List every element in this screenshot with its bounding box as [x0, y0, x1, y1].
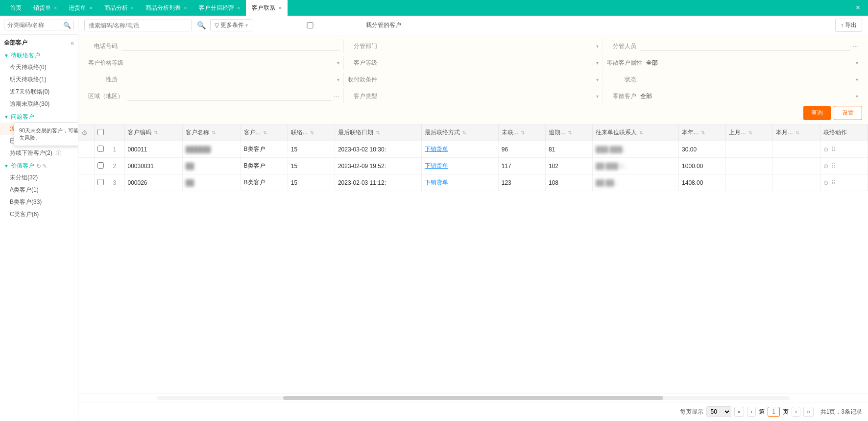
sidebar-item-overdue-pending[interactable]: 逾期未联络(30)	[0, 98, 78, 110]
col-name[interactable]: 客户名称 ⇅	[183, 124, 241, 141]
nav-purchase-order[interactable]: 进货单 ×	[63, 0, 98, 16]
close-purchase-order[interactable]: ×	[89, 5, 92, 11]
region-dots-button[interactable]: ···	[334, 92, 339, 100]
manager-input[interactable]	[640, 42, 850, 51]
row-checkbox[interactable]	[97, 179, 104, 185]
customer-table: ⚙ 客户编码 ⇅ 客户名称 ⇅	[78, 124, 868, 191]
retail-attr-select[interactable]: 全部 ▾	[646, 59, 858, 67]
contact-icon[interactable]: ⊙	[823, 146, 828, 153]
sidebar-group-pending[interactable]: ▼ 待联络客户	[0, 49, 78, 61]
group-arrow-pending: ▼	[4, 53, 9, 58]
sidebar-group-problem[interactable]: ▼ 问题客户 90天未交易的客户，可能有流失风险。	[0, 110, 78, 123]
manager-dots-button[interactable]: ···	[852, 42, 858, 50]
phone-input[interactable]	[121, 42, 339, 51]
department-select[interactable]: ▾	[381, 44, 599, 49]
price-tier-select[interactable]: ▾	[127, 60, 339, 66]
sidebar-item-classA[interactable]: A类客户(1)	[0, 184, 78, 196]
col-type[interactable]: 客户... ⇅	[241, 124, 288, 141]
value-edit-icon[interactable]: ✎	[42, 163, 47, 170]
nav-sales-order[interactable]: 销货单 ×	[27, 0, 63, 16]
contact-method-link[interactable]: 下销货单	[425, 146, 448, 152]
settings-button[interactable]: 设置	[834, 106, 862, 120]
customer-tier-select[interactable]: ▾	[381, 60, 599, 66]
export-button[interactable]: ↑ 导出	[835, 19, 862, 32]
col-code[interactable]: 客户编码 ⇅	[124, 124, 183, 141]
row-last-contact-method[interactable]: 下销货单	[421, 141, 498, 158]
nav-customer-contact[interactable]: 客户联系 ×	[246, 0, 287, 16]
col-overdue[interactable]: 逾期... ⇅	[545, 124, 592, 141]
col-last-contact-method[interactable]: 最后联络方式 ⇅	[421, 124, 498, 141]
nav-product-analysis-list[interactable]: 商品分析列表 ×	[140, 0, 193, 16]
query-button[interactable]: 查询	[803, 106, 831, 120]
sidebar-collapse-icon[interactable]: «	[71, 40, 74, 47]
my-customers-checkbox[interactable]	[256, 22, 364, 28]
nature-select[interactable]: ▾	[121, 77, 339, 82]
first-page-button[interactable]: «	[734, 407, 745, 417]
contact-method-link[interactable]: 下销货单	[425, 162, 448, 169]
customer-type-select[interactable]: ▾	[381, 94, 599, 99]
per-page-select[interactable]: 50 20 100	[706, 406, 731, 417]
col-checkbox[interactable]	[94, 124, 110, 141]
select-all-checkbox[interactable]	[97, 129, 104, 135]
row-action-icons[interactable]: ⊙ ⠿	[820, 174, 868, 191]
last-page-button[interactable]: »	[803, 407, 814, 417]
row-last-contact-method[interactable]: 下销货单	[421, 158, 498, 174]
sidebar-item-declining[interactable]: 持续下滑客户(2) ⓘ	[0, 147, 78, 159]
col-uncontacted[interactable]: 未联... ⇅	[498, 124, 545, 141]
col-last-month[interactable]: 上月... ⇅	[726, 124, 773, 141]
sidebar-group-value[interactable]: ▼ 价值客户 ↻ ✎	[0, 159, 78, 172]
more-actions-icon[interactable]: ⠿	[831, 146, 836, 153]
retail-customer-select[interactable]: 全部 ▾	[640, 92, 858, 100]
row-index: 3	[110, 174, 124, 191]
row-checkbox[interactable]	[97, 146, 104, 152]
close-customer-tier[interactable]: ×	[237, 5, 240, 11]
status-select[interactable]: ▾	[640, 77, 858, 82]
row-last-contact-date: 2023-02-09 19:52:	[335, 158, 421, 174]
row-overdue: 102	[545, 158, 592, 174]
window-close-button[interactable]: ×	[852, 3, 864, 12]
close-customer-contact[interactable]: ×	[278, 5, 281, 11]
sidebar-item-classB[interactable]: B类客户(33)	[0, 196, 78, 208]
col-contact[interactable]: 联络... ⇅	[288, 124, 335, 141]
next-page-button[interactable]: ›	[792, 407, 800, 417]
col-this-year[interactable]: 本年... ⇅	[679, 124, 726, 141]
row-action-icons[interactable]: ⊙ ⠿	[820, 158, 868, 174]
table-settings-icon[interactable]: ⚙	[81, 129, 88, 137]
col-settings[interactable]: ⚙	[78, 124, 94, 141]
search-input[interactable]	[84, 20, 192, 31]
prev-page-button[interactable]: ‹	[747, 407, 756, 417]
row-check-cell[interactable]	[94, 141, 110, 158]
row-check-cell[interactable]	[94, 158, 110, 174]
col-this-month[interactable]: 本月... ⇅	[773, 124, 820, 141]
nav-home[interactable]: 首页	[4, 0, 27, 16]
row-checkbox[interactable]	[97, 162, 104, 169]
sidebar-item-7days-pending[interactable]: 近7天待联络(0)	[0, 86, 78, 98]
region-input[interactable]	[127, 92, 332, 101]
sidebar-all-customers-header[interactable]: 全部客户 «	[0, 35, 78, 49]
payment-select[interactable]: ▾	[381, 77, 599, 82]
more-actions-icon[interactable]: ⠿	[831, 179, 836, 186]
row-action-icons[interactable]: ⊙ ⠿	[820, 141, 868, 158]
col-unit-contact[interactable]: 往来单位联系人 ⇅	[593, 124, 679, 141]
close-product-analysis[interactable]: ×	[131, 5, 134, 11]
contact-icon[interactable]: ⊙	[823, 163, 828, 170]
row-last-contact-method[interactable]: 下销货单	[421, 174, 498, 191]
my-customers-checkbox-area[interactable]: 我分管的客户	[256, 21, 401, 29]
row-check-cell[interactable]	[94, 174, 110, 191]
contact-method-link[interactable]: 下销货单	[425, 179, 448, 186]
nav-product-analysis[interactable]: 商品分析 ×	[98, 0, 140, 16]
col-last-contact-date[interactable]: 最后联络日期 ⇅	[335, 124, 421, 141]
more-actions-icon[interactable]: ⠿	[831, 163, 836, 170]
horizontal-scrollbar[interactable]	[78, 394, 868, 402]
search-button[interactable]: 🔍	[197, 21, 206, 30]
sidebar-item-today-pending[interactable]: 今天待联络(0)	[0, 61, 78, 74]
more-conditions-button[interactable]: ▽ 更多条件 ▾	[210, 19, 252, 31]
value-refresh-icon[interactable]: ↻	[36, 163, 41, 170]
sidebar-item-ungroup[interactable]: 未分组(32)	[0, 172, 78, 184]
sidebar-item-classC[interactable]: C类客户(6)	[0, 208, 78, 221]
close-product-analysis-list[interactable]: ×	[184, 5, 187, 11]
sidebar-item-tomorrow-pending[interactable]: 明天待联络(1)	[0, 74, 78, 86]
close-sales-order[interactable]: ×	[54, 5, 57, 11]
contact-icon[interactable]: ⊙	[823, 179, 828, 186]
nav-customer-tier[interactable]: 客户分层经营 ×	[193, 0, 246, 16]
